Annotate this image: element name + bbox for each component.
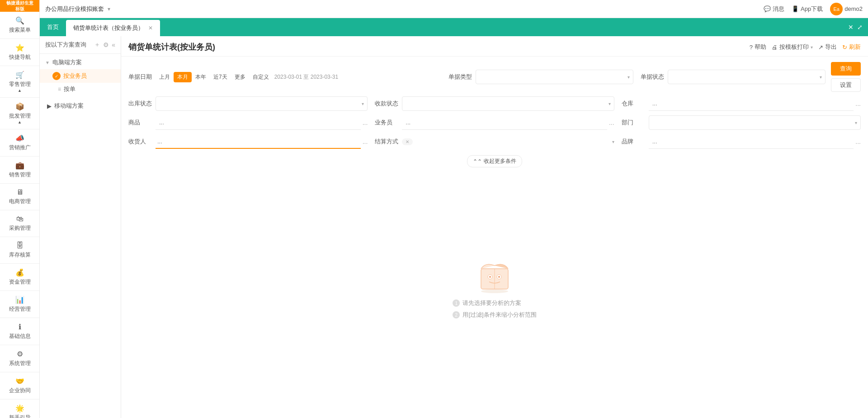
date-btn-last-month[interactable]: 上月 <box>156 71 174 83</box>
salesperson-input[interactable] <box>402 115 607 130</box>
brand-label: 品牌 <box>622 138 645 146</box>
filter-salesperson: 业务员 ... <box>375 115 614 130</box>
left-panel-icons: ＋ ⚙ « <box>94 41 115 49</box>
settings-scheme-icon[interactable]: ⚙ <box>103 41 109 48</box>
filter-settlement: 结算方式 ✕ ▾ <box>375 138 614 146</box>
sidebar-item-enterprise[interactable]: 🤝 企业协同 <box>0 372 40 399</box>
sidebar-item-quicknav[interactable]: ⭐ 快捷导航 <box>0 39 40 66</box>
department-label: 部门 <box>622 119 645 127</box>
filter-row-2: 出库状态 ▾ 收款状态 <box>128 96 861 111</box>
chevron-down-icon: ▼ <box>45 60 50 65</box>
date-btn-more[interactable]: 更多 <box>231 71 249 83</box>
tab-sales-stats[interactable]: 销货单统计表（按业务员） ✕ <box>66 20 160 36</box>
consignee-input[interactable] <box>156 134 361 149</box>
topbar-dropdown-icon[interactable]: ▾ <box>108 6 110 12</box>
filter-row-3: 商品 ... 业务员 ... 部门 <box>128 115 861 130</box>
collapse-panel-icon[interactable]: « <box>112 41 115 48</box>
main-area: 办公用品行业模拟账套 ▾ 💬 消息 📱 App下载 Ea demo2 首页 <box>40 0 868 418</box>
print-template-button[interactable]: 🖨 按模板打印 ▾ <box>772 43 813 51</box>
consignee-dots[interactable]: ... <box>363 138 368 145</box>
stock-status-select[interactable] <box>156 96 368 111</box>
empty-svg <box>467 248 522 294</box>
message-button[interactable]: 💬 消息 <box>764 5 784 13</box>
settlement-tag-close[interactable]: ✕ <box>406 139 409 144</box>
user-profile[interactable]: Ea demo2 <box>830 3 863 15</box>
print-dropdown-icon[interactable]: ▾ <box>811 45 813 50</box>
sidebar-item-basic[interactable]: ℹ 基础信息 <box>0 318 40 345</box>
warehouse-dots[interactable]: ... <box>855 100 861 107</box>
date-btn-this-year[interactable]: 本年 <box>192 71 210 83</box>
desktop-group-title[interactable]: ▼ 电脑端方案 <box>40 56 121 69</box>
settlement-dropdown-icon[interactable]: ▾ <box>612 139 614 144</box>
doc-status-select[interactable] <box>668 70 826 84</box>
date-btn-7days[interactable]: 近7天 <box>210 71 231 83</box>
doc-type-label: 单据类型 <box>448 73 472 81</box>
sidebar-item-finance[interactable]: 💰 资金管理 <box>0 264 40 291</box>
export-button[interactable]: ↗ 导出 <box>818 43 837 51</box>
export-icon: ↗ <box>818 44 823 51</box>
topbar: 办公用品行业模拟账套 ▾ 💬 消息 📱 App下载 Ea demo2 <box>40 0 868 18</box>
sidebar-item-inventory[interactable]: 🗄 库存核算 <box>0 237 40 264</box>
setup-button[interactable]: 设置 <box>831 78 861 92</box>
page-actions: ? 帮助 🖨 按模板打印 ▾ ↗ 导出 ↻ 刷新 <box>750 43 861 51</box>
settlement-tag: ✕ <box>402 138 413 145</box>
collapse-button[interactable]: ⌃⌃ 收起更多条件 <box>467 155 522 167</box>
operation-icon: 📊 <box>15 295 24 304</box>
scheme-by-salesperson[interactable]: ✓ 按业务员 <box>40 69 121 83</box>
product-input[interactable] <box>156 115 361 130</box>
tab-home[interactable]: 首页 <box>40 18 66 36</box>
sidebar-item-purchase[interactable]: 🛍 采购管理 <box>0 210 40 237</box>
tab-close-button[interactable]: ✕ <box>148 25 153 31</box>
help-button[interactable]: ? 帮助 <box>750 43 766 51</box>
doc-type-select[interactable] <box>476 70 633 84</box>
add-scheme-icon[interactable]: ＋ <box>94 41 100 49</box>
department-select[interactable] <box>649 115 861 130</box>
system-icon: ⚙ <box>17 350 23 358</box>
date-btn-custom[interactable]: 自定义 <box>249 71 273 83</box>
doc-status-label: 单据状态 <box>641 73 664 81</box>
salesperson-dots[interactable]: ... <box>609 119 614 126</box>
sidebar-item-operation[interactable]: 📊 经营管理 <box>0 291 40 318</box>
settlement-label: 结算方式 <box>375 138 398 146</box>
sidebar-item-search[interactable]: 🔍 搜索菜单 <box>0 12 40 39</box>
print-icon: 🖨 <box>772 44 778 51</box>
page-title: 销货单统计表(按业务员) <box>128 42 215 52</box>
sidebar-item-marketing[interactable]: 📣 营销推广 <box>0 129 40 157</box>
sidebar-item-wholesale[interactable]: 📦 批发管理 ▲ <box>0 98 40 129</box>
warehouse-input[interactable] <box>649 96 854 111</box>
sidebar-item-sales[interactable]: 💼 销售管理 <box>0 157 40 184</box>
page-header: 销货单统计表(按业务员) ? 帮助 🖨 按模板打印 ▾ ↗ 导出 <box>121 36 868 57</box>
filter-department: 部门 ▾ <box>622 115 861 130</box>
date-range-text: 2023-03-01 至 2023-03-31 <box>274 73 338 81</box>
sidebar-item-system[interactable]: ⚙ 系统管理 <box>0 345 40 372</box>
desktop-scheme-group: ▼ 电脑端方案 ✓ 按业务员 ≡ 按单 <box>40 54 121 97</box>
query-button[interactable]: 查询 <box>831 62 861 76</box>
sidebar-item-retail[interactable]: 🛒 零售管理 ▲ <box>0 66 40 98</box>
consignee-label: 收货人 <box>128 138 152 146</box>
expand-icon[interactable]: ⤢ <box>857 24 863 31</box>
marketing-icon: 📣 <box>15 134 24 142</box>
sidebar-item-newbie[interactable]: 🌟 新手引导 <box>0 399 40 418</box>
filter-consignee: 收货人 ... <box>128 134 368 149</box>
chevron-right-icon: ▶ <box>47 103 52 109</box>
app-logo[interactable]: 畅捷通好生意 标版 <box>0 0 40 12</box>
refresh-button[interactable]: ↻ 刷新 <box>842 43 861 51</box>
inventory-icon: 🗄 <box>16 242 24 250</box>
svg-point-4 <box>489 276 491 278</box>
payment-status-select[interactable] <box>402 96 614 111</box>
scheme-by-order[interactable]: ≡ 按单 <box>40 83 121 95</box>
date-btn-this-month[interactable]: 本月 <box>174 72 192 82</box>
topbar-right: 💬 消息 📱 App下载 Ea demo2 <box>764 3 863 15</box>
date-label: 单据日期 <box>128 73 152 81</box>
product-dots[interactable]: ... <box>363 119 368 126</box>
brand-input[interactable] <box>649 134 854 149</box>
app-download-button[interactable]: 📱 App下载 <box>792 5 823 13</box>
step-2-num: 2 <box>453 311 460 318</box>
close-window-icon[interactable]: ✕ <box>848 24 854 31</box>
filter-date: 单据日期 上月 本月 本年 近7天 更多 自定义 2023-03-01 至 20… <box>128 71 441 83</box>
filter-doc-type: 单据类型 ▾ <box>448 70 633 84</box>
brand-dots[interactable]: ... <box>855 138 861 145</box>
enterprise-icon: 🤝 <box>15 377 24 385</box>
mobile-group-title[interactable]: ▶ 移动端方案 <box>40 99 121 113</box>
sidebar-item-ecommerce[interactable]: 🖥 电商管理 <box>0 184 40 210</box>
